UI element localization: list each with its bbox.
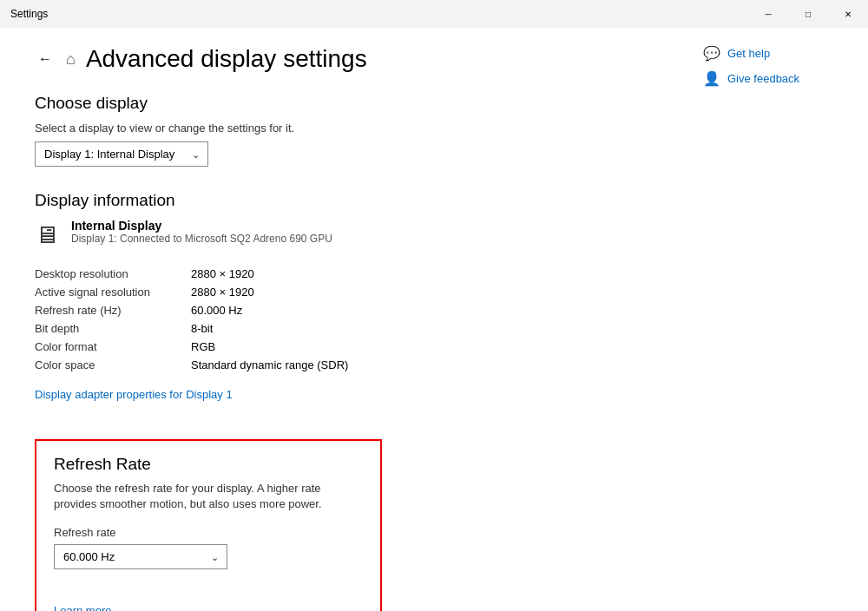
home-icon: ⌂ [66,50,76,69]
page-title: Advanced display settings [86,45,367,73]
refresh-rate-dropdown-wrapper: 60.000 Hz ⌄ [54,544,227,569]
row-label: Color space [35,356,191,374]
back-icon: ← [38,51,52,67]
sidebar: 💬Get help👤Give feedback [694,28,868,611]
refresh-rate-dropdown[interactable]: 60.000 Hz [54,544,227,569]
table-row: Desktop resolution2880 × 1920 [35,265,348,283]
app-body: ← ⌂ Advanced display settings Choose dis… [0,28,868,611]
get-help-label: Get help [727,47,770,60]
titlebar-controls: ─ □ ✕ [748,0,868,28]
row-label: Bit depth [35,319,191,338]
refresh-rate-label: Refresh rate [54,526,363,539]
display-dropdown-wrapper: Display 1: Internal Display ⌄ [35,141,208,167]
row-label: Active signal resolution [35,283,191,301]
table-row: Color spaceStandard dynamic range (SDR) [35,356,348,374]
monitor-icon: 🖥 [35,220,59,249]
row-value: 8-bit [191,319,348,338]
give-feedback-icon: 👤 [703,70,720,87]
titlebar-title: Settings [10,8,48,20]
minimize-button[interactable]: ─ [748,0,788,28]
back-button[interactable]: ← [35,48,56,70]
display-name: Internal Display [71,219,332,233]
maximize-button[interactable]: □ [788,0,828,28]
row-label: Refresh rate (Hz) [35,301,191,319]
row-value: 2880 × 1920 [191,265,348,283]
sidebar-item-get-help[interactable]: 💬Get help [703,45,851,62]
top-area: ← ⌂ Advanced display settings Choose dis… [0,28,868,611]
row-label: Desktop resolution [35,265,191,283]
display-desc: Display 1: Connected to Microsoft SQ2 Ad… [71,233,332,245]
row-value: 60.000 Hz [191,301,348,319]
choose-display-section: Choose display Select a display to view … [35,94,660,191]
table-row: Active signal resolution2880 × 1920 [35,283,348,301]
display-information-section: Display information 🖥 Internal Display D… [35,191,660,422]
main-content: ← ⌂ Advanced display settings Choose dis… [0,28,694,611]
row-value: 2880 × 1920 [191,283,348,301]
table-row: Refresh rate (Hz)60.000 Hz [35,301,348,319]
row-value: Standard dynamic range (SDR) [191,356,348,374]
select-display-label: Select a display to view or change the s… [35,122,660,135]
adapter-properties-link[interactable]: Display adapter properties for Display 1 [35,388,233,401]
sidebar-item-give-feedback[interactable]: 👤Give feedback [703,70,851,87]
refresh-rate-description: Choose the refresh rate for your display… [54,481,363,512]
display-card-text: Internal Display Display 1: Connected to… [71,219,332,245]
display-card: 🖥 Internal Display Display 1: Connected … [35,219,660,249]
table-row: Bit depth8-bit [35,319,348,338]
refresh-rate-heading: Refresh Rate [54,455,363,474]
table-row: Color formatRGB [35,338,348,356]
display-info-table: Desktop resolution2880 × 1920Active sign… [35,265,348,374]
close-button[interactable]: ✕ [828,0,868,28]
titlebar: Settings ─ □ ✕ [0,0,868,28]
row-value: RGB [191,338,348,356]
display-information-heading: Display information [35,191,660,210]
get-help-icon: 💬 [703,45,720,62]
give-feedback-label: Give feedback [727,72,799,85]
page-header: ← ⌂ Advanced display settings [35,45,660,73]
refresh-rate-section: Refresh Rate Choose the refresh rate for… [35,439,382,611]
learn-more-link[interactable]: Learn more [54,604,111,611]
choose-display-heading: Choose display [35,94,660,113]
row-label: Color format [35,338,191,356]
display-dropdown[interactable]: Display 1: Internal Display [35,141,208,167]
